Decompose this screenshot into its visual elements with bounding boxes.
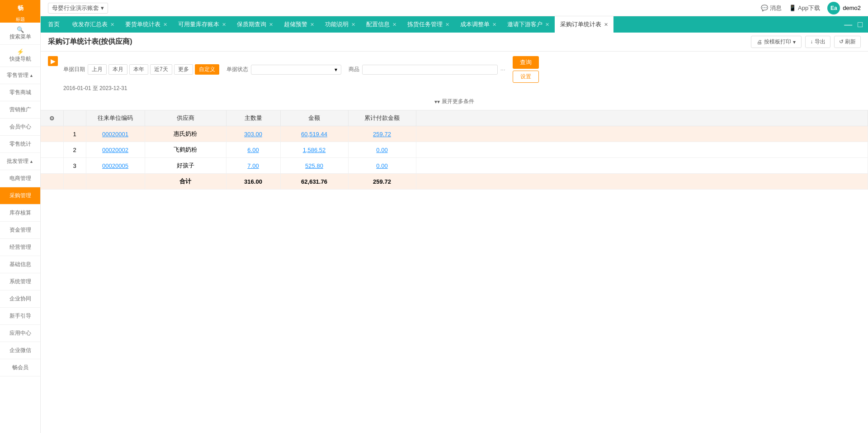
message-button[interactable]: 💬 消息 bbox=[761, 4, 782, 12]
tab-overstock[interactable]: 超储预警✕ bbox=[278, 16, 320, 33]
sidebar-quicknav[interactable]: ⚡ 快捷导航 bbox=[0, 45, 40, 67]
sidebar-item-retail-stats[interactable]: 零售统计 bbox=[0, 136, 40, 153]
tab-close-icon[interactable]: ✕ bbox=[310, 22, 314, 28]
sidebar-item-purchase-mgmt[interactable]: 采购管理 bbox=[0, 187, 40, 205]
expand-more-conditions[interactable]: ▾▾ 展开更多条件 bbox=[434, 98, 474, 105]
date-filter-group: 单据日期 上月 本月 本年 近7天 更多 自定义 bbox=[63, 64, 219, 75]
sidebar-item-vip[interactable]: 畅会员 bbox=[0, 359, 40, 376]
tab-close-icon[interactable]: ✕ bbox=[110, 22, 114, 28]
search-actions: 查询 设置 bbox=[513, 56, 539, 83]
tab-available[interactable]: 可用量库存账本✕ bbox=[173, 16, 231, 33]
table-container: ⚙ 往来单位编码 供应商 主数量 金额 累计付款金额 1 00020001 惠氏… bbox=[41, 110, 868, 433]
row-qty-cell[interactable]: 7.00 bbox=[226, 158, 280, 174]
tab-close-icon[interactable]: ✕ bbox=[545, 22, 549, 28]
tab-close-icon[interactable]: ✕ bbox=[269, 22, 273, 28]
user-profile[interactable]: Ea demo2 bbox=[827, 2, 861, 14]
sidebar-item-finance[interactable]: 资金管理 bbox=[0, 222, 40, 239]
export-button[interactable]: ↓ 导出 bbox=[805, 36, 830, 48]
tab-purchase[interactable]: 采购订单统计表✕ bbox=[555, 16, 613, 33]
sidebar-item-inventory[interactable]: 库存核算 bbox=[0, 205, 40, 222]
sidebar-item-system[interactable]: 系统管理 bbox=[0, 273, 40, 290]
sidebar-label: 基础信息 bbox=[9, 261, 31, 267]
sidebar-search[interactable]: 🔍 搜索菜单 bbox=[0, 23, 40, 45]
maximize-icon[interactable]: □ bbox=[856, 20, 864, 29]
sidebar-label: 营销推广 bbox=[9, 106, 31, 113]
date-last-month[interactable]: 上月 bbox=[88, 64, 107, 75]
row-amount-cell[interactable]: 1,586.52 bbox=[280, 142, 348, 158]
row-amount-cell[interactable]: 525.80 bbox=[280, 158, 348, 174]
footer-empty-cell bbox=[416, 174, 868, 190]
tab-close-icon[interactable]: ✕ bbox=[351, 22, 355, 28]
tab-close-icon[interactable]: ✕ bbox=[222, 22, 226, 28]
tab-close-icon[interactable]: ✕ bbox=[604, 22, 608, 28]
tab-receive[interactable]: 收发存汇总表✕ bbox=[67, 16, 120, 33]
message-label: 消息 bbox=[770, 4, 782, 12]
row-qty-cell[interactable]: 6.00 bbox=[226, 142, 280, 158]
sidebar-item-retail-mgmt[interactable]: 零售管理▲ bbox=[0, 67, 40, 84]
expand-filter-button[interactable]: ▶ bbox=[48, 56, 58, 66]
app-download-button[interactable]: 📱 App下载 bbox=[789, 4, 820, 12]
sidebar-item-member-center[interactable]: 会员中心 bbox=[0, 119, 40, 136]
tab-label: 可用量库存账本 bbox=[178, 20, 219, 29]
date-custom[interactable]: 自定义 bbox=[195, 64, 219, 75]
tab-close-icon[interactable]: ✕ bbox=[163, 22, 167, 28]
tab-close-icon[interactable]: ✕ bbox=[445, 22, 449, 28]
date-last-7days[interactable]: 近7天 bbox=[150, 64, 172, 75]
quicknav-icon: ⚡ bbox=[17, 48, 24, 55]
tab-close-icon[interactable]: ✕ bbox=[392, 22, 396, 28]
sidebar-item-new-guide[interactable]: 新手引导 bbox=[0, 308, 40, 325]
sidebar-label: 系统管理 bbox=[9, 278, 31, 285]
sidebar-item-operations[interactable]: 经营管理 bbox=[0, 239, 40, 256]
col-seq-header bbox=[63, 110, 86, 126]
row-paid-cell[interactable]: 259.72 bbox=[348, 126, 416, 142]
table-row: 3 00020005 好孩子 7.00 525.80 0.00 bbox=[41, 158, 868, 174]
search-button[interactable]: 查询 bbox=[513, 56, 539, 69]
row-code-cell[interactable]: 00020001 bbox=[86, 126, 145, 142]
tab-label: 配置信息 bbox=[366, 20, 390, 29]
row-paid-cell[interactable]: 0.00 bbox=[348, 158, 416, 174]
tab-expiry[interactable]: 保质期查询✕ bbox=[231, 16, 278, 33]
sidebar-item-retail-mall[interactable]: 零售商城 bbox=[0, 84, 40, 101]
tab-help[interactable]: 功能说明✕ bbox=[320, 16, 361, 33]
footer-amount-cell: 62,631.76 bbox=[280, 174, 348, 190]
tab-label: 收发存汇总表 bbox=[72, 20, 108, 29]
workspace-selector[interactable]: 母婴行业演示账套 ▾ bbox=[48, 3, 108, 14]
date-this-month[interactable]: 本月 bbox=[108, 64, 127, 75]
dropdown-arrow-icon: ▾ bbox=[793, 39, 796, 45]
minimize-icon[interactable]: — bbox=[842, 20, 854, 29]
settings-button[interactable]: 设置 bbox=[513, 71, 539, 83]
row-code-cell[interactable]: 00020002 bbox=[86, 142, 145, 158]
tab-config[interactable]: 配置信息✕ bbox=[361, 16, 402, 33]
date-this-year[interactable]: 本年 bbox=[129, 64, 148, 75]
sidebar-item-basic-info[interactable]: 基础信息 bbox=[0, 256, 40, 273]
date-more[interactable]: 更多 bbox=[174, 64, 193, 75]
tab-requisition[interactable]: 要货单统计表✕ bbox=[120, 16, 173, 33]
tab-home[interactable]: 首页 bbox=[41, 16, 67, 33]
refresh-button[interactable]: ↺ 刷新 bbox=[834, 36, 861, 48]
row-code-cell[interactable]: 00020005 bbox=[86, 158, 145, 174]
row-amount-cell[interactable]: 60,519.44 bbox=[280, 126, 348, 142]
tab-invite[interactable]: 邀请下游客户✕ bbox=[502, 16, 555, 33]
row-paid-cell[interactable]: 0.00 bbox=[348, 142, 416, 158]
sidebar-label: 新手引导 bbox=[9, 313, 31, 319]
col-supplier-header: 供应商 bbox=[145, 110, 226, 126]
sidebar-item-marketing[interactable]: 营销推广 bbox=[0, 101, 40, 119]
sidebar-item-ecommerce[interactable]: 电商管理 bbox=[0, 170, 40, 187]
tab-label: 采购订单统计表 bbox=[560, 20, 601, 29]
app-logo[interactable]: 畅 标题 bbox=[0, 0, 40, 23]
tab-picking[interactable]: 拣货任务管理✕ bbox=[402, 16, 455, 33]
row-seq-cell: 1 bbox=[63, 126, 86, 142]
sidebar-item-wholesale-mgmt[interactable]: 批发管理▲ bbox=[0, 153, 40, 170]
workspace-value: 母婴行业演示账套 bbox=[52, 4, 99, 12]
sidebar-item-enterprise-wx[interactable]: 企业微信 bbox=[0, 342, 40, 359]
sidebar-item-app-center[interactable]: 应用中心 bbox=[0, 325, 40, 342]
goods-input[interactable] bbox=[362, 65, 498, 75]
template-print-button[interactable]: 🖨 按模板打印 ▾ bbox=[751, 36, 802, 48]
tab-close-icon[interactable]: ✕ bbox=[492, 22, 496, 28]
goods-more-icon[interactable]: ··· bbox=[500, 66, 505, 73]
col-settings-header[interactable]: ⚙ bbox=[41, 110, 63, 126]
status-select[interactable]: ▾ bbox=[251, 65, 341, 75]
tab-cost[interactable]: 成本调整单✕ bbox=[455, 16, 502, 33]
sidebar-item-enterprise[interactable]: 企业协同 bbox=[0, 290, 40, 308]
row-qty-cell[interactable]: 303.00 bbox=[226, 126, 280, 142]
